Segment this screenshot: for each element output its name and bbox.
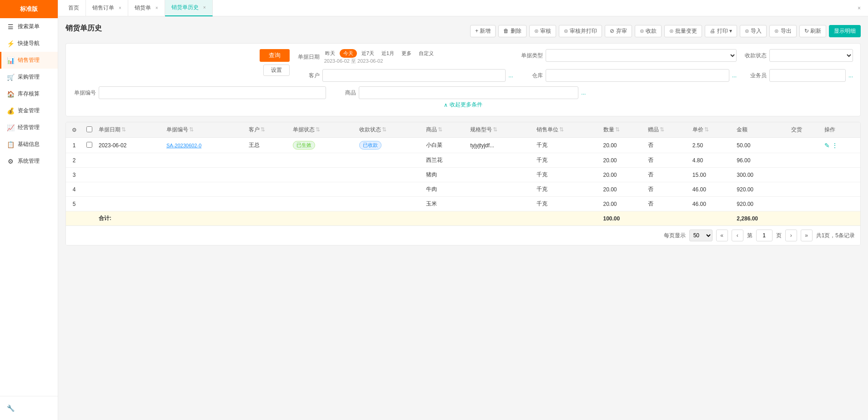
tab-sales-order[interactable]: 销售订单 × (86, 0, 128, 16)
transaction (788, 197, 822, 211)
pagination-bar: 每页显示 50 100 200 « ‹ 第 页 › » 共1页，5条记录 (66, 225, 860, 245)
tab-sales-goods-close[interactable]: × (156, 5, 158, 10)
date-7days[interactable]: 近7天 (359, 49, 377, 58)
payment-status (356, 168, 423, 182)
customer-dots[interactable]: ... (508, 72, 513, 79)
delete-button[interactable]: 🗑 删除 (498, 25, 526, 37)
col-gift[interactable]: 赠品⇅ (645, 122, 689, 138)
unit: 千克 (534, 153, 600, 168)
sidebar-item-inventory[interactable]: 🏠 库存核算 (0, 85, 58, 102)
sidebar-bottom-item1[interactable]: 🔧 (0, 400, 58, 416)
spec (467, 168, 534, 182)
row-num: 4 (66, 182, 82, 197)
collapse-button[interactable]: ∧ 收起更多条件 (73, 99, 853, 110)
doc-no-input[interactable] (99, 86, 326, 99)
setting-button[interactable]: 设置 (263, 65, 290, 76)
date-yesterday[interactable]: 昨天 (322, 49, 338, 58)
tab-sales-history-close[interactable]: × (203, 5, 206, 10)
abandon-button[interactable]: ⊘ 弃审 (605, 25, 632, 37)
col-spec[interactable]: 规格型号⇅ (467, 122, 534, 138)
goods-input[interactable] (359, 86, 579, 99)
doc-type-select[interactable] (546, 49, 737, 62)
tab-home[interactable]: 首页 (62, 0, 86, 16)
page-size-select[interactable]: 50 100 200 (689, 230, 712, 241)
col-unit[interactable]: 销售单位⇅ (534, 122, 600, 138)
chevron-up-icon: ∧ (444, 102, 448, 108)
goods-dots[interactable]: ... (581, 90, 586, 96)
col-customer[interactable]: 客户⇅ (246, 122, 290, 138)
warehouse-dots[interactable]: ... (732, 72, 737, 79)
sidebar-item-system-mgmt[interactable]: ⚙ 系统管理 (0, 153, 58, 170)
sidebar-item-operations[interactable]: 📈 经营管理 (0, 119, 58, 136)
col-doc-status[interactable]: 单据状态⇅ (290, 122, 356, 138)
edit-icon[interactable]: ✎ (824, 142, 830, 149)
sidebar-item-purchase-mgmt[interactable]: 🛒 采购管理 (0, 69, 58, 85)
refresh-button[interactable]: ↻ 刷新 (799, 25, 826, 37)
amount: 920.00 (734, 182, 788, 197)
select-all-checkbox[interactable] (86, 126, 92, 132)
page-input[interactable] (756, 230, 773, 241)
sidebar-item-finance[interactable]: 💰 资金管理 (0, 102, 58, 119)
date-today[interactable]: 今天 (340, 49, 357, 58)
export-button[interactable]: ⊙ 导出 (769, 25, 796, 37)
sidebar-item-quick-nav[interactable]: ⚡ 快捷导航 (0, 35, 58, 52)
staff-dots[interactable]: ... (848, 72, 853, 79)
staff-input[interactable] (769, 69, 846, 82)
doc-no-link[interactable]: SA-20230602-0 (166, 143, 201, 148)
prev-page-button[interactable]: ‹ (732, 230, 743, 241)
date-more[interactable]: 更多 (399, 49, 414, 58)
more-icon[interactable]: ⋮ (832, 142, 838, 149)
sidebar: 标准版 ☰ 搜索菜单 ⚡ 快捷导航 📊 销售管理 🛒 采购管理 🏠 库存核算 💰… (0, 0, 58, 420)
batch-change-button[interactable]: ⊙ 批量变更 (664, 25, 702, 37)
unit-price: 15.00 (690, 168, 734, 182)
show-detail-button[interactable]: 显示明细 (829, 25, 861, 37)
row-checkbox[interactable] (86, 142, 92, 148)
print-button[interactable]: 🖨 打印 ▾ (705, 25, 737, 37)
warehouse-input[interactable] (546, 69, 729, 82)
date-custom[interactable]: 自定义 (416, 49, 437, 58)
table-row: 2 西兰花 千克 20.00 否 4.80 96.00 (66, 153, 860, 168)
filter-goods: 商品 ... (333, 86, 586, 99)
tab-sales-history[interactable]: 销货单历史 × (165, 0, 213, 16)
col-settings[interactable]: ⚙ (66, 122, 82, 138)
doc-no (164, 168, 246, 182)
query-button[interactable]: 查询 (260, 49, 290, 62)
audit-button[interactable]: ⊙ 审核 (529, 25, 556, 37)
sidebar-item-basic-info[interactable]: 📋 基础信息 (0, 136, 58, 153)
filter-date-label: 单据日期 (297, 53, 320, 61)
tab-sales-order-close[interactable]: × (119, 5, 121, 10)
col-doc-date[interactable]: 单据日期⇅ (96, 122, 164, 138)
filter-payment-status-label: 收款状态 (744, 52, 767, 60)
sidebar-item-sales-mgmt[interactable]: 📊 销售管理 (0, 52, 58, 69)
next-page-button[interactable]: › (785, 230, 797, 241)
last-page-button[interactable]: » (801, 230, 813, 241)
import-button[interactable]: ⊙ 导入 (740, 25, 767, 37)
page-size-label: 每页显示 (664, 232, 686, 240)
doc-date (96, 168, 164, 182)
date-1month[interactable]: 近1月 (379, 49, 397, 58)
receive-button[interactable]: ⊙ 收款 (635, 25, 662, 37)
col-payment-status[interactable]: 收款状态⇅ (356, 122, 423, 138)
sales-mgmt-icon: 📊 (7, 57, 14, 64)
sidebar-item-search-menu[interactable]: ☰ 搜索菜单 (0, 18, 58, 35)
goods: 牛肉 (423, 182, 467, 197)
sidebar-item-label: 基础信息 (18, 140, 40, 148)
col-doc-no[interactable]: 单据编号⇅ (164, 122, 246, 138)
col-unit-price[interactable]: 单价⇅ (690, 122, 734, 138)
audit-print-button[interactable]: ⊙ 审核并打印 (559, 25, 602, 37)
col-qty[interactable]: 数量⇅ (601, 122, 646, 138)
unit: 千克 (534, 197, 600, 211)
first-page-button[interactable]: « (716, 230, 728, 241)
payment-status-select[interactable] (769, 49, 853, 62)
close-all-icon[interactable]: × (858, 5, 861, 11)
row-num: 3 (66, 168, 82, 182)
tab-sales-goods[interactable]: 销货单 × (128, 0, 165, 16)
col-goods[interactable]: 商品⇅ (423, 122, 467, 138)
add-button[interactable]: + 新增 (470, 25, 496, 37)
filter-payment-status: 收款状态 (744, 49, 853, 62)
customer-input[interactable] (322, 69, 506, 82)
filter-goods-label: 商品 (333, 89, 356, 97)
sort-unit-icon: ⇅ (559, 126, 564, 133)
action (822, 153, 860, 168)
amount: 300.00 (734, 168, 788, 182)
